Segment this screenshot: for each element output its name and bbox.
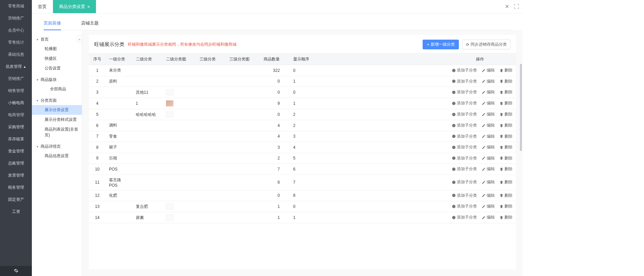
tree-item[interactable]: 全部商品: [32, 84, 82, 94]
sidebar-item[interactable]: 批发管理▲: [0, 60, 32, 73]
add-subcategory-link[interactable]: 添加子分类: [452, 215, 477, 220]
settings-button[interactable]: [0, 266, 32, 276]
cell-l2: 其他11: [132, 87, 163, 98]
close-all-tabs-icon[interactable]: ✕: [505, 3, 509, 10]
fullscreen-icon[interactable]: ⛶: [514, 4, 519, 10]
delete-link[interactable]: 删除: [499, 179, 513, 185]
sidebar-item[interactable]: 会员中心: [0, 24, 32, 36]
delete-link[interactable]: 删除: [499, 144, 513, 150]
sidebar-item[interactable]: 采购管理: [0, 121, 32, 133]
edit-link[interactable]: 编辑: [482, 89, 495, 95]
trash-icon: [499, 79, 503, 83]
tree-group-head[interactable]: ▾首页: [32, 35, 82, 44]
edit-link[interactable]: 编辑: [482, 111, 495, 117]
close-tab-icon[interactable]: ×: [87, 4, 90, 9]
tree-item[interactable]: 展示分类样式设置: [32, 115, 82, 125]
tree-item[interactable]: 展示分类设置: [32, 105, 82, 115]
sidebar-item[interactable]: 资金管理: [0, 145, 32, 157]
edit-link[interactable]: 编辑: [482, 67, 495, 73]
edit-link[interactable]: 编辑: [482, 134, 495, 139]
cell-index: 10: [89, 164, 106, 175]
add-subcategory-link[interactable]: 添加子分类: [452, 144, 477, 150]
subtab[interactable]: 页面装修: [44, 18, 61, 30]
tree-item[interactable]: 商品信息设置: [32, 151, 82, 161]
cell-l3img: [226, 65, 260, 76]
tree-group-head[interactable]: ▾商品版块: [32, 75, 82, 84]
edit-link[interactable]: 编辑: [482, 193, 495, 198]
plus-circle-icon: [452, 145, 456, 149]
sidebar-item[interactable]: 零售统计: [0, 36, 32, 48]
add-subcategory-link[interactable]: 添加子分类: [452, 123, 477, 128]
edit-link[interactable]: 编辑: [482, 203, 495, 209]
window-tab[interactable]: 首页: [32, 0, 53, 13]
sidebar-item[interactable]: 工资: [0, 205, 32, 218]
vertical-scrollbar[interactable]: [520, 64, 522, 151]
delete-link[interactable]: 删除: [499, 100, 513, 106]
sidebar-item[interactable]: 零售商城: [0, 0, 32, 12]
add-subcategory-link[interactable]: 添加子分类: [452, 89, 477, 95]
edit-link[interactable]: 编辑: [482, 166, 495, 172]
col-l2: 二级分类: [132, 54, 163, 65]
add-subcategory-link[interactable]: 添加子分类: [452, 79, 477, 84]
cell-l3img: [226, 164, 260, 175]
edit-link[interactable]: 编辑: [482, 155, 495, 161]
window-tab[interactable]: 商品分类设置×: [53, 0, 96, 13]
add-category-button[interactable]: + 新增一级分类: [423, 40, 459, 49]
add-subcategory-link[interactable]: 添加子分类: [452, 166, 477, 172]
sidebar-item[interactable]: 销售管理: [0, 85, 32, 97]
sidebar-item[interactable]: 营销推广: [0, 73, 32, 85]
delete-link[interactable]: 删除: [499, 89, 513, 95]
delete-link[interactable]: 删除: [499, 123, 513, 128]
cell-order: 6: [283, 164, 444, 175]
sidebar-item[interactable]: 总账管理: [0, 157, 32, 169]
sidebar-item[interactable]: 基础信息: [0, 48, 32, 60]
sidebar-item[interactable]: 营销推广: [0, 12, 32, 24]
delete-link[interactable]: 删除: [499, 79, 513, 84]
trash-icon: [499, 167, 503, 171]
add-subcategory-link[interactable]: 添加子分类: [452, 179, 477, 185]
delete-link[interactable]: 删除: [499, 193, 513, 198]
tree-group-head[interactable]: ▾分类页面: [32, 96, 82, 105]
edit-link[interactable]: 编辑: [482, 144, 495, 150]
sidebar-item[interactable]: 发票管理: [0, 169, 32, 181]
subtab[interactable]: 店铺主题: [81, 18, 99, 30]
sidebar-item[interactable]: 电商管理: [0, 109, 32, 121]
edit-link[interactable]: 编辑: [482, 215, 495, 220]
delete-link[interactable]: 删除: [499, 215, 513, 220]
add-subcategory-link[interactable]: 添加子分类: [452, 67, 477, 73]
cell-l2img: [163, 98, 196, 109]
cell-index: 5: [89, 109, 106, 120]
add-subcategory-link[interactable]: 添加子分类: [452, 134, 477, 139]
sync-categories-button[interactable]: ⟳ 同步进销存商品分类: [462, 40, 511, 49]
delete-link[interactable]: 删除: [499, 67, 513, 73]
delete-link[interactable]: 删除: [499, 155, 513, 161]
sidebar-item[interactable]: 小畅电商: [0, 97, 32, 109]
delete-link[interactable]: 删除: [499, 134, 513, 139]
add-subcategory-link[interactable]: 添加子分类: [452, 100, 477, 106]
sidebar-item[interactable]: 固定资产: [0, 193, 32, 205]
cell-qty: 0: [260, 87, 283, 98]
collapse-panel-icon[interactable]: «: [77, 36, 82, 43]
tree-item[interactable]: 商品列表设置(非首页): [32, 125, 82, 140]
cell-index: 2: [89, 76, 106, 87]
tree-item[interactable]: 快捷区: [32, 54, 82, 63]
edit-link[interactable]: 编辑: [482, 123, 495, 128]
cell-ops: 添加子分类编辑删除: [444, 175, 516, 190]
sidebar-item[interactable]: 税务管理: [0, 181, 32, 193]
edit-link[interactable]: 编辑: [482, 179, 495, 185]
add-subcategory-link[interactable]: 添加子分类: [452, 203, 477, 209]
cell-l2: 尿素: [132, 212, 163, 223]
delete-link[interactable]: 删除: [499, 111, 513, 117]
cell-l1: 百褶: [106, 153, 132, 164]
edit-link[interactable]: 编辑: [482, 100, 495, 106]
delete-link[interactable]: 删除: [499, 203, 513, 209]
edit-link[interactable]: 编辑: [482, 79, 495, 84]
add-subcategory-link[interactable]: 添加子分类: [452, 155, 477, 161]
tree-group-head[interactable]: ▾商品详情页: [32, 142, 82, 151]
add-subcategory-link[interactable]: 添加子分类: [452, 111, 477, 117]
delete-link[interactable]: 删除: [499, 166, 513, 172]
sidebar-item[interactable]: 库存核算: [0, 133, 32, 145]
tree-item[interactable]: 轮播图: [32, 44, 82, 54]
tree-item[interactable]: 公告设置: [32, 63, 82, 73]
add-subcategory-link[interactable]: 添加子分类: [452, 193, 477, 198]
